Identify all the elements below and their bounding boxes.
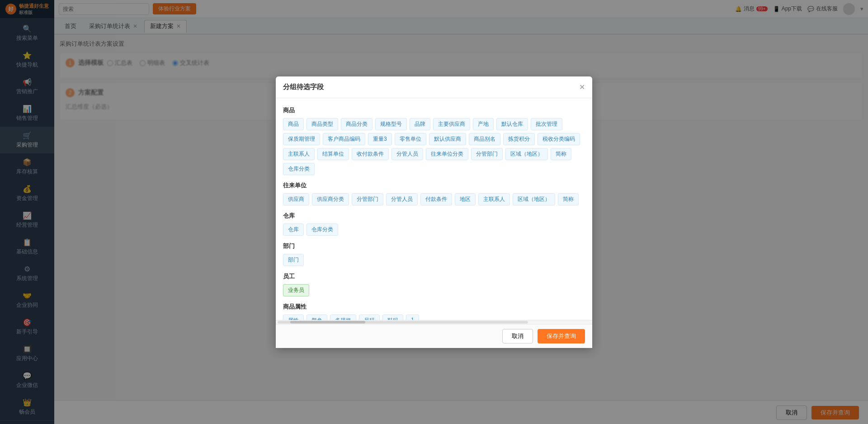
field-tag-0-15[interactable]: 拣货积分 bbox=[503, 133, 535, 145]
field-tag-0-24[interactable]: 简称 bbox=[551, 148, 571, 160]
modal-header: 分组待选字段 ✕ bbox=[276, 76, 592, 98]
field-tag-0-10[interactable]: 客户商品编码 bbox=[323, 133, 365, 145]
field-tag-0-25[interactable]: 仓库分类 bbox=[283, 163, 315, 175]
field-section-title-5: 商品属性 bbox=[283, 303, 585, 311]
field-tag-0-23[interactable]: 区域（地区） bbox=[505, 148, 548, 160]
field-tag-0-17[interactable]: 主联系人 bbox=[283, 148, 315, 160]
field-tag-5-4[interactable]: 鞋码 bbox=[382, 314, 403, 320]
field-tag-5-3[interactable]: 尺码 bbox=[359, 314, 380, 320]
modal-close-button[interactable]: ✕ bbox=[579, 83, 585, 91]
field-tag-0-16[interactable]: 税收分类编码 bbox=[538, 133, 580, 145]
field-tag-0-20[interactable]: 分管人员 bbox=[392, 148, 423, 160]
field-tag-0-14[interactable]: 商品别名 bbox=[469, 133, 500, 145]
field-tag-0-2[interactable]: 商品分类 bbox=[341, 118, 373, 130]
field-tag-5-1[interactable]: 颜色 bbox=[307, 314, 327, 320]
field-tags-3: 部门 bbox=[283, 254, 585, 266]
field-tags-5: 属性颜色多规格尺码鞋码1 bbox=[283, 314, 585, 320]
field-tag-0-4[interactable]: 品牌 bbox=[410, 118, 430, 130]
field-tag-0-6[interactable]: 产地 bbox=[473, 118, 494, 130]
field-section-title-3: 部门 bbox=[283, 242, 585, 250]
field-section-title-2: 仓库 bbox=[283, 212, 585, 220]
modal-overlay: 分组待选字段 ✕ 商品商品商品类型商品分类规格型号品牌主要供应商产地默认仓库批次… bbox=[0, 0, 868, 424]
field-section-title-4: 员工 bbox=[283, 272, 585, 281]
field-tag-0-9[interactable]: 保质期管理 bbox=[283, 133, 320, 145]
field-tags-0: 商品商品类型商品分类规格型号品牌主要供应商产地默认仓库批次管理保质期管理客户商品… bbox=[283, 118, 585, 175]
field-tag-1-6[interactable]: 主联系人 bbox=[478, 193, 510, 205]
field-tag-0-1[interactable]: 商品类型 bbox=[307, 118, 338, 130]
field-tags-2: 仓库仓库分类 bbox=[283, 224, 585, 236]
modal-footer: 取消 保存并查询 bbox=[276, 324, 592, 348]
field-tag-0-8[interactable]: 批次管理 bbox=[531, 118, 562, 130]
field-tag-4-0[interactable]: 业务员 bbox=[283, 284, 309, 296]
field-tag-1-3[interactable]: 分管人员 bbox=[386, 193, 418, 205]
field-tag-1-4[interactable]: 付款条件 bbox=[420, 193, 452, 205]
modal: 分组待选字段 ✕ 商品商品商品类型商品分类规格型号品牌主要供应商产地默认仓库批次… bbox=[276, 76, 592, 348]
field-tag-2-0[interactable]: 仓库 bbox=[283, 224, 304, 236]
field-tag-5-0[interactable]: 属性 bbox=[283, 314, 304, 320]
field-tag-3-0[interactable]: 部门 bbox=[283, 254, 304, 266]
field-tag-1-7[interactable]: 区域（地区） bbox=[513, 193, 555, 205]
field-tag-5-2[interactable]: 多规格 bbox=[330, 314, 356, 320]
modal-title: 分组待选字段 bbox=[283, 83, 324, 91]
field-tag-0-18[interactable]: 结算单位 bbox=[317, 148, 349, 160]
field-tag-5-5[interactable]: 1 bbox=[406, 314, 419, 320]
field-tag-0-22[interactable]: 分管部门 bbox=[471, 148, 503, 160]
field-tag-1-1[interactable]: 供应商分类 bbox=[312, 193, 349, 205]
modal-body: 商品商品商品类型商品分类规格型号品牌主要供应商产地默认仓库批次管理保质期管理客户… bbox=[276, 98, 592, 320]
field-tag-2-1[interactable]: 仓库分类 bbox=[307, 224, 338, 236]
modal-save-button[interactable]: 保存并查询 bbox=[538, 329, 585, 343]
field-tag-1-0[interactable]: 供应商 bbox=[283, 193, 309, 205]
field-tag-0-7[interactable]: 默认仓库 bbox=[496, 118, 528, 130]
field-tag-0-21[interactable]: 往来单位分类 bbox=[426, 148, 468, 160]
field-tag-0-5[interactable]: 主要供应商 bbox=[433, 118, 470, 130]
field-tag-0-13[interactable]: 默认供应商 bbox=[429, 133, 466, 145]
field-tag-0-0[interactable]: 商品 bbox=[283, 118, 304, 130]
modal-hscroll[interactable] bbox=[276, 320, 592, 324]
field-tag-0-11[interactable]: 重量3 bbox=[368, 133, 392, 145]
field-tags-1: 供应商供应商分类分管部门分管人员付款条件地区主联系人区域（地区）简称 bbox=[283, 193, 585, 205]
field-tag-0-19[interactable]: 收付款条件 bbox=[352, 148, 389, 160]
field-tags-4: 业务员 bbox=[283, 284, 585, 296]
field-tag-0-12[interactable]: 零售单位 bbox=[395, 133, 426, 145]
field-tag-1-8[interactable]: 简称 bbox=[558, 193, 579, 205]
field-tag-0-3[interactable]: 规格型号 bbox=[375, 118, 407, 130]
field-section-title-1: 往来单位 bbox=[283, 181, 585, 190]
field-section-title-0: 商品 bbox=[283, 106, 585, 114]
field-tag-1-2[interactable]: 分管部门 bbox=[352, 193, 383, 205]
field-tag-1-5[interactable]: 地区 bbox=[455, 193, 476, 205]
modal-cancel-button[interactable]: 取消 bbox=[502, 329, 533, 343]
